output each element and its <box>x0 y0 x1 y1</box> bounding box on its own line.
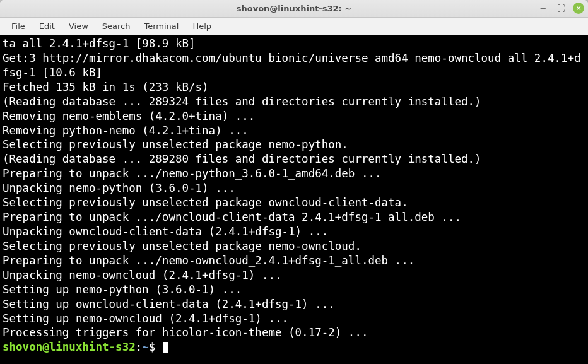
maximize-button[interactable]: ⛶ <box>555 3 567 14</box>
maximize-icon: ⛶ <box>557 4 565 13</box>
terminal-window: shovon@linuxhint-s32: ~ − ⛶ ✕ File Edit … <box>0 0 588 364</box>
prompt-user: shovon <box>3 341 42 353</box>
window-title: shovon@linuxhint-s32: ~ <box>237 4 351 13</box>
menu-file[interactable]: File <box>5 20 32 33</box>
minimize-button[interactable]: − <box>538 3 549 14</box>
cursor <box>163 342 168 353</box>
menu-edit[interactable]: Edit <box>33 20 61 33</box>
close-button[interactable]: ✕ <box>573 3 584 14</box>
menubar: File Edit View Search Terminal Help <box>0 18 588 35</box>
prompt-dollar: $ <box>149 341 156 353</box>
close-icon: ✕ <box>575 4 581 13</box>
prompt-colon: : <box>136 341 143 353</box>
window-controls: − ⛶ ✕ <box>538 3 584 14</box>
titlebar[interactable]: shovon@linuxhint-s32: ~ − ⛶ ✕ <box>0 0 588 18</box>
minimize-icon: − <box>540 4 547 13</box>
terminal-output: ta all 2.4.1+dfsg-1 [98.9 kB] Get:3 http… <box>3 37 581 339</box>
prompt-at: @ <box>42 341 49 353</box>
menu-terminal[interactable]: Terminal <box>138 20 185 33</box>
prompt-path: ~ <box>142 341 149 353</box>
menu-view[interactable]: View <box>62 20 95 33</box>
prompt-host: linuxhint-s32 <box>49 341 136 353</box>
terminal-area[interactable]: ta all 2.4.1+dfsg-1 [98.9 kB] Get:3 http… <box>0 35 588 364</box>
menu-search[interactable]: Search <box>96 20 137 33</box>
menu-help[interactable]: Help <box>186 20 218 33</box>
